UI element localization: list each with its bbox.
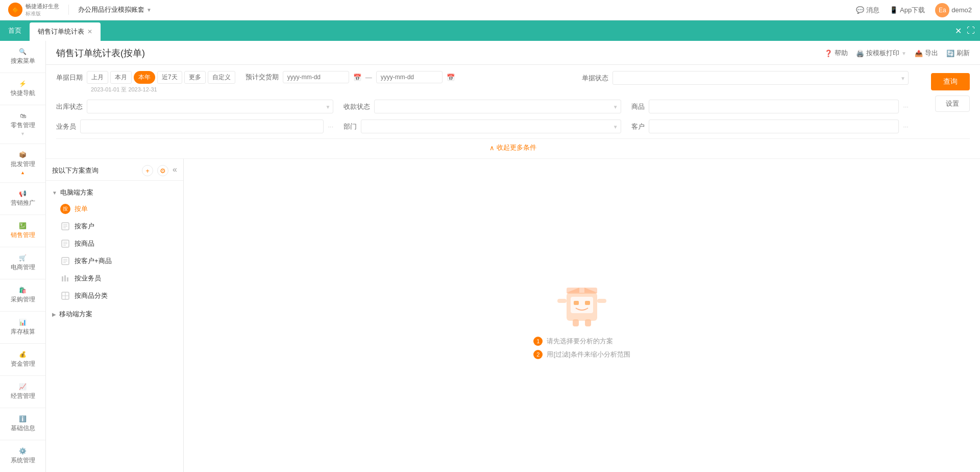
tab-sales-order-stats[interactable]: 销售订单统计表 ✕ [30,22,101,41]
sidebar-item-sales[interactable]: 💹 销售管理 [0,215,45,247]
date-btn-this-month[interactable]: 本月 [110,71,132,84]
collapse-bar[interactable]: ∧ 收起更多条件 [56,138,970,152]
sidebar-quick-nav[interactable]: ⚡ 快捷导航 [0,73,45,105]
salesperson-input[interactable] [80,120,324,133]
scheme-add-btn[interactable]: + [142,165,153,176]
export-btn[interactable]: 📤 导出 [915,49,938,58]
sidebar-item-sales-label: 销售管理 [11,231,35,240]
retail-icon: 🛍 [20,112,26,120]
date-to-input[interactable] [376,71,443,83]
sidebar-item-basic[interactable]: ℹ️ 基础信息 [0,408,45,440]
sidebar-item-finance[interactable]: 💰 资金管理 [0,344,45,376]
scheme-mobile-header[interactable]: ▶ 移动端方案 [46,306,183,322]
date-btn-custom[interactable]: 自定义 [208,71,235,84]
scheme-item-by-salesperson[interactable]: 按业务员 [46,270,183,287]
sidebar-search[interactable]: 🔍 搜索菜单 [0,41,45,73]
filter-content: 单据日期 上月 本月 本年 近7天 更多 自定义 2023 [56,71,970,133]
main-content: 1 请先选择要分析的方案 2 用[过滤]条件来缩小分析范围 [184,159,980,472]
app-download-label: App下载 [900,6,925,15]
sidebar-item-retail[interactable]: 🛍 零售管理 ▼ [0,105,45,144]
sidebar-item-marketing[interactable]: 📢 营销推广 [0,183,45,215]
customer-label: 客户 [631,122,645,131]
sidebar-item-purchase[interactable]: 🛍️ 采购管理 [0,279,45,312]
query-button[interactable]: 查询 [931,73,970,90]
collapse-label: 收起更多条件 [497,143,536,152]
department-label: 部门 [344,122,357,131]
svg-rect-25 [573,319,579,326]
sidebar-item-wholesale[interactable]: 📦 批发管理 ▲ [0,144,45,183]
svg-rect-19 [567,288,597,294]
customer-more-icon[interactable]: ··· [903,123,909,130]
sidebar-item-ecommerce[interactable]: 🛒 电商管理 [0,247,45,279]
product-input[interactable] [649,100,899,113]
payment-status-filter: 收款状态 ▼ [344,100,621,113]
by-product-icon [60,239,70,249]
scheme-collapse-btn[interactable]: « [173,165,177,176]
message-btn[interactable]: 💬 消息 [856,6,879,15]
svg-rect-12 [62,276,63,281]
refresh-btn[interactable]: 🔄 刷新 [946,49,970,58]
empty-tip-2: 2 用[过滤]条件来缩小分析范围 [533,350,630,359]
window-minimize-btn[interactable]: ✕ [955,26,962,36]
scheme-item-by-category[interactable]: 按商品分类 [46,287,183,304]
scheme-item-by-order[interactable]: 按 按单 [46,200,183,218]
scheme-item-by-product[interactable]: 按商品 [46,235,183,252]
customer-input[interactable] [649,120,899,133]
svg-rect-26 [585,319,591,326]
window-maximize-btn[interactable]: ⛶ [967,26,975,36]
date-btn-last-month[interactable]: 上月 [87,71,108,84]
sidebar-item-basic-label: 基础信息 [11,424,35,433]
tab-home[interactable]: 首页 [0,20,30,41]
mobile-section-arrow: ▶ [52,312,56,317]
user-menu[interactable]: Ea demo2 [935,3,972,17]
date-btns: 上月 本月 本年 近7天 更多 自定义 [87,71,235,84]
sidebar-item-inventory[interactable]: 📊 库存核算 [0,312,45,344]
payment-status-select[interactable] [374,100,621,113]
tip-2-text: 用[过滤]条件来缩小分析范围 [547,350,630,359]
mobile-section-title: 移动端方案 [59,310,92,319]
refresh-icon: 🔄 [946,50,954,57]
date-btn-more[interactable]: 更多 [184,71,206,84]
date-btn-this-year[interactable]: 本年 [134,71,155,84]
app-title[interactable]: 办公用品行业模拟账套 ▼ [78,5,152,14]
date-btn-last-7-days[interactable]: 近7天 [157,71,182,84]
product-label: 商品 [631,102,645,111]
sidebar-item-system[interactable]: ⚙️ 系统管理 [0,440,45,472]
salesperson-label: 业务员 [56,122,76,131]
help-btn[interactable]: ❓ 帮助 [824,49,848,58]
scheme-item-by-customer[interactable]: 按客户 [46,218,183,235]
by-salesperson-label: 按业务员 [75,274,101,283]
product-more-icon[interactable]: ··· [903,103,909,110]
salesperson-more-icon[interactable]: ··· [328,123,333,130]
by-customer-product-label: 按客户+商品 [75,256,112,266]
settings-button[interactable]: 设置 [935,96,970,112]
salesperson-filter: 业务员 ··· [56,120,333,133]
scheme-settings-btn[interactable]: ⚙ [157,165,168,176]
app-download-btn[interactable]: 📱 App下载 [890,6,925,15]
refresh-label: 刷新 [957,49,970,58]
scheme-desktop-section: ▼ 电脑端方案 按 按单 按客户 [46,185,183,304]
collapse-text: ∧ 收起更多条件 [489,143,536,152]
by-customer-label: 按客户 [75,222,94,231]
date-filter: 单据日期 上月 本月 本年 近7天 更多 自定义 2023 [56,71,235,93]
tab-close-icon[interactable]: ✕ [87,28,92,35]
sidebar: 🔍 搜索菜单 ⚡ 快捷导航 🛍 零售管理 ▼ 📦 批发管理 ▲ 📢 营销推广 💹… [0,41,46,472]
order-status-select[interactable] [612,71,909,85]
logo-text-group: 畅捷通好生意 标准版 [26,3,59,17]
customer-filter: 客户 ··· [631,120,909,133]
scheme-panel-title: 按以下方案查询 [52,166,99,175]
empty-tips: 1 请先选择要分析的方案 2 用[过滤]条件来缩小分析范围 [533,337,630,359]
date-label: 单据日期 [56,73,83,82]
app-title-text: 办公用品行业模拟账套 [78,5,144,14]
sales-icon: 💹 [19,222,27,229]
template-print-btn[interactable]: 🖨️ 按模板打印 ▼ [856,49,906,58]
scheme-desktop-header[interactable]: ▼ 电脑端方案 [46,185,183,200]
out-status-select[interactable] [87,100,333,113]
sidebar-item-finance-label: 资金管理 [11,360,35,368]
ecommerce-icon: 🛒 [19,254,27,262]
date-from-input[interactable] [283,71,349,83]
scheme-item-by-customer-product[interactable]: 按客户+商品 [46,252,183,270]
tab-bar: 首页 销售订单统计表 ✕ ✕ ⛶ [0,20,980,41]
sidebar-item-operation[interactable]: 📈 经营管理 [0,376,45,408]
department-select[interactable] [361,120,621,133]
